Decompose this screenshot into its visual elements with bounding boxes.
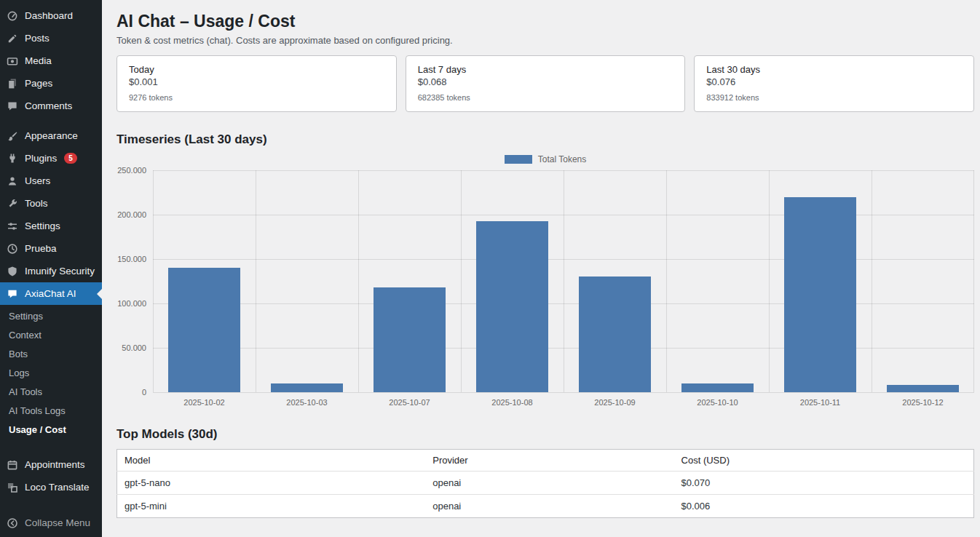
sidebar-item-label: Appointments	[25, 458, 85, 472]
submenu-item-ai-tools-logs[interactable]: AI Tools Logs	[0, 401, 102, 420]
submenu-item-usage-cost[interactable]: Usage / Cost	[0, 420, 102, 439]
page-subtitle: Token & cost metrics (chat). Costs are a…	[116, 35, 974, 46]
x-axis: 2025-10-022025-10-032025-10-072025-10-08…	[153, 392, 974, 407]
y-axis-tick-label: 100.000	[117, 299, 146, 308]
sidebar-item-comments[interactable]: Comments	[0, 95, 102, 117]
table-header-cost: Cost (USD)	[674, 450, 974, 472]
submenu-item-bots[interactable]: Bots	[0, 344, 102, 363]
stat-card-cost: $0.076	[706, 76, 962, 87]
stat-cards: Today $0.001 9276 tokens Last 7 days $0.…	[116, 55, 974, 112]
stat-card-label: Last 7 days	[418, 64, 673, 75]
y-axis-tick-label: 0	[142, 388, 146, 397]
provider-cell: openai	[425, 472, 673, 495]
bar-2025-10-12	[887, 385, 959, 392]
sidebar-item-tools[interactable]: Tools	[0, 192, 102, 215]
stat-card-cost: $0.068	[418, 76, 673, 87]
plot-area	[153, 170, 974, 392]
gridline-vertical	[358, 170, 359, 392]
sidebar-item-appearance[interactable]: Appearance	[0, 124, 102, 147]
cost-cell: $0.006	[674, 495, 974, 518]
x-axis-tick-label: 2025-10-08	[461, 392, 564, 407]
chat-icon	[6, 287, 19, 301]
sidebar-item-label: Comments	[25, 100, 72, 113]
admin-sidebar: DashboardPostsMediaPagesCommentsAppearan…	[0, 0, 102, 537]
sidebar-item-loco-translate[interactable]: Loco Translate	[0, 476, 102, 498]
sidebar-item-plugins[interactable]: Plugins5	[0, 147, 102, 170]
sidebar-item-users[interactable]: Users	[0, 170, 102, 192]
stat-card-label: Last 30 days	[706, 64, 962, 75]
page-title: AI Chat – Usage / Cost	[116, 12, 974, 31]
sidebar-item-label: AxiaChat AI	[25, 287, 76, 301]
sidebar-item-prueba[interactable]: Prueba	[0, 237, 102, 260]
sidebar-item-axiachat-ai[interactable]: AxiaChat AI	[0, 282, 102, 305]
y-axis-tick-label: 250.000	[117, 166, 146, 175]
model-cell: gpt-5-nano	[117, 472, 426, 495]
sidebar-item-label: Plugins	[25, 152, 57, 165]
submenu-item-logs[interactable]: Logs	[0, 363, 102, 382]
gridline-vertical	[973, 170, 974, 392]
clock-icon	[6, 242, 19, 255]
gridline-vertical	[153, 170, 154, 392]
sidebar-item-imunify-security[interactable]: Imunify Security	[0, 260, 102, 282]
users-icon	[6, 175, 19, 188]
provider-cell: openai	[425, 495, 673, 518]
x-axis-tick-label: 2025-10-07	[358, 392, 461, 407]
submenu-item-ai-tools[interactable]: AI Tools	[0, 382, 102, 401]
bar-2025-10-10	[681, 383, 754, 392]
admin-menu: DashboardPostsMediaPagesCommentsAppearan…	[0, 4, 102, 537]
timeseries-heading: Timeseries (Last 30 days)	[116, 132, 974, 147]
sidebar-item-label: Loco Translate	[25, 481, 90, 494]
stat-card-tokens: 682385 tokens	[418, 93, 673, 102]
sidebar-item-label: Prueba	[25, 242, 57, 255]
collapse-icon	[6, 517, 19, 530]
media-icon	[6, 55, 19, 68]
sidebar-item-collapse-menu[interactable]: Collapse Menu	[0, 512, 102, 534]
sidebar-item-pages[interactable]: Pages	[0, 72, 102, 95]
sidebar-item-label: Collapse Menu	[25, 517, 90, 530]
stat-card-label: Today	[129, 64, 384, 75]
x-axis-tick-label: 2025-10-10	[666, 392, 769, 407]
axiachat-submenu: SettingsContextBotsLogsAI ToolsAI Tools …	[0, 305, 102, 446]
bar-2025-10-07	[374, 287, 446, 392]
top-models-heading: Top Models (30d)	[116, 427, 974, 442]
x-axis-tick-label: 2025-10-11	[769, 392, 872, 407]
x-axis-tick-label: 2025-10-03	[256, 392, 358, 407]
x-axis-tick-label: 2025-10-12	[872, 392, 974, 407]
shield-icon	[6, 265, 19, 278]
gridline-vertical	[666, 170, 667, 392]
sidebar-item-dashboard[interactable]: Dashboard	[0, 4, 102, 27]
sidebar-item-posts[interactable]: Posts	[0, 27, 102, 49]
plugins-icon	[6, 152, 19, 165]
gridline-vertical	[461, 170, 462, 392]
stat-card-last-30-days: Last 30 days $0.076 833912 tokens	[694, 55, 974, 112]
gridline-vertical	[872, 170, 872, 392]
model-cell: gpt-5-mini	[117, 495, 426, 518]
stat-card-tokens: 9276 tokens	[129, 93, 384, 102]
submenu-item-settings[interactable]: Settings	[0, 306, 102, 325]
wp-admin-app: DashboardPostsMediaPagesCommentsAppearan…	[0, 0, 980, 537]
translate-icon	[6, 481, 19, 494]
sidebar-item-label: Pages	[25, 77, 52, 90]
chart-legend[interactable]: Total Tokens	[116, 154, 974, 164]
sidebar-item-appointments[interactable]: Appointments	[0, 453, 102, 476]
comments-icon	[6, 100, 19, 113]
y-axis-tick-label: 200.000	[117, 210, 146, 219]
stat-card-cost: $0.001	[129, 76, 384, 87]
sidebar-item-label: Users	[25, 175, 50, 188]
update-count-badge: 5	[64, 153, 77, 164]
sidebar-item-label: Imunify Security	[25, 265, 95, 278]
table-row: gpt-5-mini openai $0.006	[117, 495, 974, 518]
pages-icon	[6, 77, 19, 90]
legend-swatch	[505, 155, 532, 164]
y-axis-tick-label: 50.000	[122, 343, 146, 352]
submenu-item-context[interactable]: Context	[0, 325, 102, 344]
cost-cell: $0.070	[674, 472, 974, 495]
gridline-vertical	[769, 170, 770, 392]
x-axis-tick-label: 2025-10-09	[564, 392, 666, 407]
sidebar-item-settings[interactable]: Settings	[0, 215, 102, 237]
sidebar-item-media[interactable]: Media	[0, 49, 102, 72]
posts-icon	[6, 32, 19, 45]
y-axis-tick-label: 150.000	[117, 255, 146, 263]
legend-label: Total Tokens	[538, 154, 587, 164]
menu-separator	[0, 446, 102, 453]
